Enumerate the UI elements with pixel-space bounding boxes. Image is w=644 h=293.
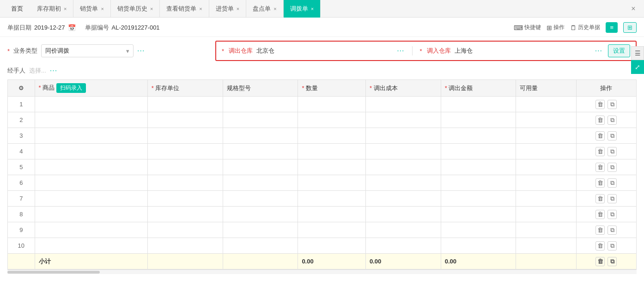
amount-cell[interactable]: [441, 97, 516, 112]
window-close-button[interactable]: ×: [626, 0, 640, 18]
scrollbar-thumb[interactable]: [7, 271, 100, 274]
warehouse-in-value[interactable]: 上海仓: [455, 47, 473, 55]
qty-cell[interactable]: [298, 144, 366, 159]
copy-icon[interactable]: ⧉: [608, 131, 617, 140]
tab-inventory-init[interactable]: 库存期初 ×: [30, 0, 73, 18]
spec-cell[interactable]: [223, 144, 298, 159]
amount-cell[interactable]: [441, 191, 516, 207]
history-button[interactable]: 🗒 历史单据: [570, 24, 600, 31]
tab-view-sales[interactable]: 查看销货单 ×: [160, 0, 209, 18]
close-icon[interactable]: ×: [150, 6, 153, 12]
doc-date-value[interactable]: 2019-12-27: [34, 24, 65, 31]
close-icon[interactable]: ×: [101, 6, 103, 12]
unit-cell[interactable]: [147, 128, 223, 144]
unit-cell[interactable]: [147, 207, 223, 222]
cost-cell[interactable]: [365, 112, 441, 128]
spec-cell[interactable]: [223, 128, 298, 144]
delete-icon[interactable]: 🗑: [595, 100, 605, 109]
delete-icon[interactable]: 🗑: [595, 178, 605, 188]
product-cell[interactable]: [35, 144, 147, 159]
cost-cell[interactable]: [365, 191, 441, 207]
shortcut-button[interactable]: ⌨ 快捷键: [514, 24, 541, 31]
product-cell[interactable]: [35, 128, 147, 144]
qty-cell[interactable]: [298, 238, 366, 254]
list-panel-button[interactable]: ☰: [631, 46, 644, 60]
copy-icon[interactable]: ⧉: [608, 210, 617, 219]
product-cell[interactable]: [35, 112, 147, 128]
warehouse-in-more-button[interactable]: ···: [595, 47, 602, 55]
product-cell[interactable]: [35, 191, 147, 207]
delete-icon[interactable]: 🗑: [595, 241, 605, 250]
amount-cell[interactable]: [441, 112, 516, 128]
operation-button[interactable]: ⊞ 操作: [547, 24, 565, 31]
copy-icon[interactable]: ⧉: [608, 257, 617, 266]
cost-cell[interactable]: [365, 238, 441, 254]
settings-button[interactable]: 设置: [608, 44, 630, 57]
copy-icon[interactable]: ⧉: [608, 178, 617, 188]
spec-cell[interactable]: [223, 222, 298, 238]
qty-cell[interactable]: [298, 97, 366, 112]
tab-sales-history[interactable]: 销货单历史 ×: [111, 0, 160, 18]
business-type-more-button[interactable]: ···: [137, 47, 145, 55]
unit-cell[interactable]: [147, 222, 223, 238]
tab-inventory-check[interactable]: 盘点单 ×: [246, 0, 283, 18]
calendar-icon[interactable]: 📅: [68, 24, 76, 31]
delete-icon[interactable]: 🗑: [595, 194, 605, 203]
delete-icon[interactable]: 🗑: [595, 210, 605, 219]
unit-cell[interactable]: [147, 159, 223, 175]
close-icon[interactable]: ×: [64, 6, 67, 12]
delete-icon[interactable]: 🗑: [595, 226, 605, 235]
unit-cell[interactable]: [147, 112, 223, 128]
spec-cell[interactable]: [223, 175, 298, 191]
delete-icon[interactable]: 🗑: [595, 131, 605, 140]
amount-cell[interactable]: [441, 207, 516, 222]
warehouse-out-more-button[interactable]: ···: [397, 47, 404, 55]
delete-icon[interactable]: 🗑: [595, 257, 605, 266]
layout-list-button[interactable]: ≡: [606, 22, 618, 33]
person-select[interactable]: 选择...: [29, 67, 46, 75]
tab-transfer-order[interactable]: 调拨单 ×: [284, 0, 321, 18]
unit-cell[interactable]: [147, 144, 223, 159]
copy-icon[interactable]: ⧉: [608, 100, 617, 109]
close-icon[interactable]: ×: [273, 6, 276, 12]
unit-cell[interactable]: [147, 191, 223, 207]
spec-cell[interactable]: [223, 97, 298, 112]
copy-icon[interactable]: ⧉: [608, 241, 617, 250]
spec-cell[interactable]: [223, 207, 298, 222]
tab-sales-order[interactable]: 销货单 ×: [73, 0, 110, 18]
delete-icon[interactable]: 🗑: [595, 147, 605, 156]
qty-cell[interactable]: [298, 207, 366, 222]
spec-cell[interactable]: [223, 159, 298, 175]
product-cell[interactable]: [35, 175, 147, 191]
cost-cell[interactable]: [365, 144, 441, 159]
unit-cell[interactable]: [147, 175, 223, 191]
scan-button[interactable]: 扫码录入: [56, 83, 86, 93]
layout-grid-button[interactable]: ⊞: [623, 22, 637, 33]
spec-cell[interactable]: [223, 112, 298, 128]
warehouse-out-value[interactable]: 北京仓: [256, 47, 274, 55]
amount-cell[interactable]: [441, 222, 516, 238]
close-icon[interactable]: ×: [237, 6, 239, 12]
product-cell[interactable]: [35, 238, 147, 254]
copy-icon[interactable]: ⧉: [608, 163, 617, 172]
qty-cell[interactable]: [298, 175, 366, 191]
expand-panel-button[interactable]: ⤢: [631, 60, 644, 74]
delete-icon[interactable]: 🗑: [595, 163, 605, 172]
cost-cell[interactable]: [365, 128, 441, 144]
amount-cell[interactable]: [441, 128, 516, 144]
qty-cell[interactable]: [298, 159, 366, 175]
qty-cell[interactable]: [298, 222, 366, 238]
tab-purchase-order[interactable]: 进货单 ×: [209, 0, 246, 18]
qty-cell[interactable]: [298, 128, 366, 144]
qty-cell[interactable]: [298, 191, 366, 207]
copy-icon[interactable]: ⧉: [608, 194, 617, 203]
close-icon[interactable]: ×: [199, 6, 202, 12]
amount-cell[interactable]: [441, 144, 516, 159]
product-cell[interactable]: [35, 207, 147, 222]
cost-cell[interactable]: [365, 97, 441, 112]
cost-cell[interactable]: [365, 175, 441, 191]
unit-cell[interactable]: [147, 97, 223, 112]
product-cell[interactable]: [35, 222, 147, 238]
amount-cell[interactable]: [441, 175, 516, 191]
cost-cell[interactable]: [365, 159, 441, 175]
